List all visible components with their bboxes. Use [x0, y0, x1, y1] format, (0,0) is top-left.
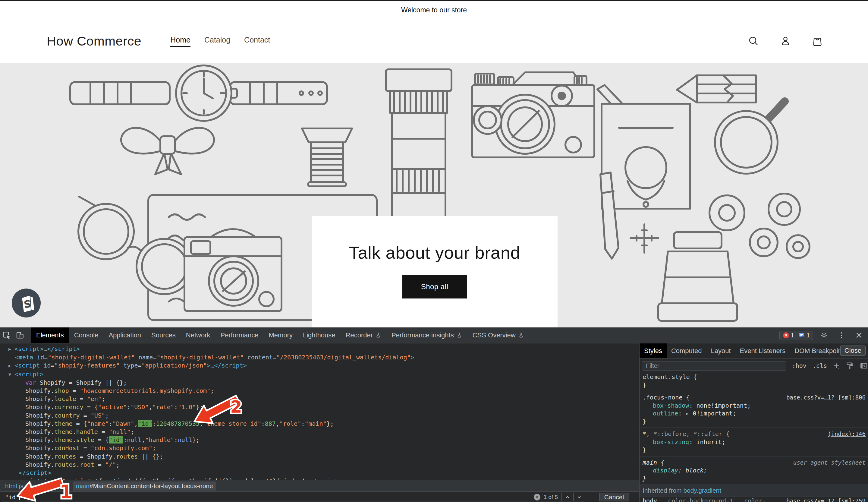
error-icon: [783, 332, 789, 339]
shopify-badge[interactable]: S: [11, 288, 41, 318]
tab-network[interactable]: Network: [181, 327, 216, 343]
breadcrumb-main[interactable]: main#MainContent.content-for-layout.focu…: [73, 481, 216, 491]
dom-tree-line[interactable]: Shopify.shop = "howcommercetutorials.mys…: [0, 387, 639, 395]
devtools-panel: Elements Console Application Sources Net…: [0, 327, 868, 502]
stylesheet-source-link[interactable]: user agent stylesheet: [793, 459, 866, 467]
cart-icon[interactable]: [812, 35, 823, 47]
device-toolbar-icon[interactable]: [13, 329, 27, 341]
experiment-flask-icon: [375, 332, 381, 338]
close-sidebar-button[interactable]: Close: [840, 346, 866, 356]
style-rule-line[interactable]: }: [640, 474, 868, 483]
tape-rolls-sketch: [710, 194, 809, 258]
vintage-camera-sketch: [185, 229, 281, 311]
style-rule-line[interactable]: (index):146*, *::before, *::after {: [640, 428, 868, 438]
nav-home[interactable]: Home: [170, 35, 190, 47]
dom-tree-line[interactable]: Shopify.theme = {"name":"Dawn","id":1204…: [0, 420, 639, 428]
tab-styles[interactable]: Styles: [640, 344, 667, 358]
style-rule-line[interactable]: }: [640, 446, 868, 454]
toggle-classes-button[interactable]: .cls: [813, 362, 827, 369]
nav-catalog[interactable]: Catalog: [204, 35, 230, 47]
stylesheet-source-link[interactable]: base.css?v=…1? [sm]:806: [786, 393, 866, 402]
tab-memory[interactable]: Memory: [264, 327, 298, 343]
style-rule-line[interactable]: user agent stylesheetmain {: [640, 456, 868, 467]
tab-elements[interactable]: Elements: [31, 327, 69, 343]
dom-tree-line[interactable]: Shopify.routes.root = "/";: [0, 461, 639, 469]
dom-tree-line[interactable]: var Shopify = Shopify || {};: [0, 379, 639, 387]
pencil-sketch: [677, 75, 756, 103]
dom-tree-line[interactable]: </script>: [0, 469, 639, 477]
style-rule-line[interactable]: base.css?v=…1? [sm]:259body, .color-back…: [640, 497, 868, 502]
shop-all-button[interactable]: Shop all: [402, 275, 467, 298]
style-rule-line[interactable]: }: [640, 418, 868, 426]
tab-css-overview[interactable]: CSS Overview: [467, 327, 529, 343]
issue-count-badge[interactable]: 1: [798, 332, 810, 339]
dom-tree-line[interactable]: Shopify.theme.style = {"id":null,"handle…: [0, 436, 639, 444]
search-query: "id": [2, 493, 19, 501]
toggle-hover-state-button[interactable]: :hov: [792, 362, 807, 369]
tab-performance-insights[interactable]: Performance insights: [386, 327, 467, 343]
styles-sidebar: Styles Computed Layout Event Listeners D…: [639, 344, 868, 502]
kebab-menu-icon[interactable]: [835, 329, 848, 341]
search-input[interactable]: "id" × 1 of 5: [2, 493, 585, 501]
dom-tree-line[interactable]: ▼<script>: [0, 370, 639, 379]
settings-gear-icon[interactable]: [817, 329, 831, 341]
style-rule-line[interactable]: box-shadow: none!important;: [640, 402, 868, 410]
svg-text:S: S: [23, 298, 32, 310]
stylesheet-source-link[interactable]: base.css?v=…1? [sm]:259: [786, 497, 866, 502]
dom-tree-line[interactable]: Shopify.theme.handle = "null";: [0, 428, 639, 436]
style-rule-line[interactable]: outline: ▸ 0!important;: [640, 409, 868, 418]
certificate-sketch: [601, 104, 690, 209]
next-match-button[interactable]: [573, 493, 585, 501]
breadcrumb-html[interactable]: html.js: [2, 481, 26, 491]
cancel-button[interactable]: Cancel: [599, 493, 629, 501]
new-style-rule-icon[interactable]: [833, 362, 840, 370]
store-header: How Commerce Home Catalog Contact: [0, 19, 868, 63]
error-count-badge[interactable]: 1: [783, 332, 794, 339]
tab-lighthouse[interactable]: Lighthouse: [298, 327, 341, 343]
style-rule-line[interactable]: }: [640, 381, 868, 389]
dom-tree-line[interactable]: <meta id="shopify-digital-wallet" name="…: [0, 354, 639, 361]
styles-filter-input[interactable]: Filter: [642, 361, 786, 370]
style-rule-line[interactable]: element.style {: [640, 373, 868, 381]
dom-tree-line[interactable]: Shopify.country = "US";: [0, 411, 639, 420]
store-logo[interactable]: How Commerce: [47, 34, 141, 49]
tab-layout[interactable]: Layout: [706, 344, 735, 358]
dom-tree-line[interactable]: Shopify.locale = "en";: [0, 395, 639, 403]
tab-console[interactable]: Console: [69, 327, 104, 343]
search-icon[interactable]: [747, 35, 760, 47]
breadcrumb-body[interactable]: body.gradient: [28, 481, 71, 491]
previous-match-button[interactable]: [561, 493, 573, 501]
issues-badges[interactable]: 1 1: [779, 331, 813, 340]
chevron-down-icon: [577, 494, 582, 500]
close-devtools-icon[interactable]: [852, 329, 866, 341]
element-state-paint-icon[interactable]: [846, 361, 854, 370]
tab-application[interactable]: Application: [103, 327, 146, 343]
dom-tree-line[interactable]: Shopify.cdnHost = "cdn.shopify.com";: [0, 444, 639, 452]
breadcrumb: html.js body.gradient main#MainContent.c…: [0, 480, 639, 492]
style-rule-line[interactable]: display: block;: [640, 467, 868, 474]
account-icon[interactable]: [779, 35, 792, 47]
main-nav: Home Catalog Contact: [170, 35, 270, 47]
clear-search-icon[interactable]: ×: [534, 494, 540, 501]
tab-recorder[interactable]: Recorder: [341, 327, 386, 343]
collapse-panel-icon[interactable]: [860, 361, 868, 370]
style-rule-line[interactable]: box-sizing: inherit;: [640, 438, 868, 446]
tab-computed[interactable]: Computed: [667, 344, 706, 358]
chevron-up-icon: [565, 494, 570, 500]
nav-contact[interactable]: Contact: [244, 35, 270, 47]
dom-tree-line[interactable]: ▶<script>…</script>: [0, 345, 639, 354]
tab-performance[interactable]: Performance: [215, 327, 264, 343]
bow-sketch: [121, 128, 214, 174]
tab-event-listeners[interactable]: Event Listeners: [735, 344, 790, 358]
tab-sources[interactable]: Sources: [146, 327, 181, 343]
inspect-element-icon[interactable]: [0, 329, 13, 341]
dom-tree-line[interactable]: Shopify.currency = {"active":"USD","rate…: [0, 403, 639, 411]
style-rule-line[interactable]: Inherited from body.gradient: [640, 484, 868, 497]
hero-heading: Talk about your brand: [312, 243, 558, 263]
dom-tree-line[interactable]: Shopify.routes = Shopify.routes || {};: [0, 452, 639, 461]
stylesheet-source-link[interactable]: (index):146: [828, 430, 866, 438]
watch-sketch: [70, 65, 327, 121]
style-rule-line[interactable]: base.css?v=…1? [sm]:806.focus-none {: [640, 391, 868, 402]
devtools-toolbar: Elements Console Application Sources Net…: [0, 327, 868, 344]
dom-tree-line[interactable]: ▶<script id="shopify-features" type="app…: [0, 361, 639, 370]
